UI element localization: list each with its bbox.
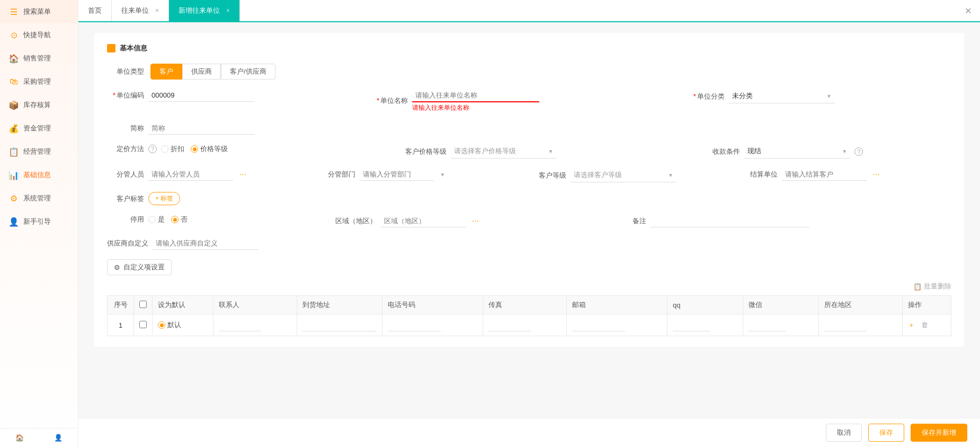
short-name-input[interactable] [148,122,254,135]
sidebar-item-sales[interactable]: 🏠 销售管理 [0,47,78,70]
row-no: 1 [108,314,134,336]
sidebar-item-search[interactable]: ☰ 搜索菜单 [0,0,78,23]
tab-new-partner[interactable]: 新增往来单位 × [169,0,240,21]
radio-no[interactable]: 否 [171,215,188,224]
unit-name-input[interactable] [412,89,539,102]
row-default-radio[interactable]: 默认 [158,320,208,330]
unit-btn-supplier[interactable]: 供应商 [182,64,221,80]
tags-group: 客户标签 + 标签 [107,192,951,205]
department-input[interactable] [360,168,434,181]
tab-partner-list-close[interactable]: × [155,7,159,14]
unit-name-error: 请输入往来单位名称 [412,103,539,112]
payment-term-group: 收款条件 现结 ▼ ? [703,144,951,159]
user-bottom-icon: 👤 [54,434,63,442]
sidebar-item-purchase[interactable]: 🛍 采购管理 [0,70,78,93]
row-wechat[interactable] [743,314,818,336]
chevron-level-icon: ▼ [668,172,673,178]
row-email[interactable] [567,314,667,336]
th-checkbox[interactable] [134,296,153,314]
tab-new-partner-label: 新增往来单位 [179,6,220,15]
row-area[interactable] [818,314,902,336]
row-phone[interactable] [382,314,483,336]
row-add-icon[interactable]: ＋ [908,321,915,329]
sidebar-item-finance[interactable]: 💰 资金管理 [0,117,78,140]
payment-help-icon[interactable]: ? [854,147,863,156]
tab-partner-list[interactable]: 往来单位 × [112,0,169,21]
sidebar-bottom-home[interactable]: 🏠 [0,428,39,447]
customer-price-select[interactable]: 请选择客户价格等级 ▼ [451,144,557,159]
row-qq[interactable] [667,314,743,336]
sidebar-item-basic-info[interactable]: 📊 基础信息 [0,163,78,187]
supplier-custom-group: 供应商自定义 [107,237,951,250]
sidebar-item-label: 新手引导 [23,217,51,226]
row-address[interactable] [297,314,382,336]
sidebar-item-operations[interactable]: 📋 经营管理 [0,140,78,163]
row-checkbox[interactable] [134,314,153,336]
disabled-group: 停用 是 否 [107,215,335,224]
chevron-payment-icon: ▼ [842,148,847,154]
unit-code-input[interactable] [148,89,254,102]
payment-term-select[interactable]: 现结 ▼ [744,144,850,159]
unit-btn-customer[interactable]: 客户 [150,64,182,80]
sales-icon: 🏠 [8,53,19,64]
section-title: 基本信息 [120,43,147,53]
radio-discount[interactable]: 折扣 [161,144,184,154]
customer-price-group: 客户价格等级 请选择客户价格等级 ▼ [405,144,703,159]
row-contact[interactable] [213,314,297,336]
payment-term-label: 收款条件 [703,147,740,156]
card-title-icon [107,44,115,52]
save-new-button[interactable]: 保存并新增 [911,424,967,442]
tab-bar: 首页 往来单位 × 新增往来单位 × ✕ [78,0,980,22]
radio-yes-circle [148,216,156,223]
region-group: 区域（地区） ··· [335,215,609,227]
th-contact: 联系人 [213,296,297,314]
unit-category-select[interactable]: 未分类 ▼ [729,89,835,103]
settlement-more-btn[interactable]: ··· [871,170,882,179]
window-close-button[interactable]: ✕ [956,6,980,16]
sidebar-item-quick-nav[interactable]: ⊙ 快捷导航 [0,23,78,47]
sidebar-bottom: 🏠 👤 [0,428,78,447]
sidebar-item-inventory[interactable]: 📦 库存核算 [0,93,78,117]
tab-new-partner-close[interactable]: × [226,7,230,14]
tab-home[interactable]: 首页 [78,0,112,21]
cancel-button[interactable]: 取消 [826,424,862,442]
remark-group: 备注 [609,215,951,227]
remark-input[interactable] [651,215,809,227]
supplier-custom-input[interactable] [153,237,259,250]
region-more-btn[interactable]: ··· [470,216,481,226]
sidebar-item-label: 快捷导航 [23,30,51,40]
save-button[interactable]: 保存 [868,424,904,442]
row-fax[interactable] [483,314,566,336]
batch-delete-label[interactable]: 批量删除 [924,282,951,291]
manager-row: 分管人员 ··· 分管部门 ▼ 客户等级 请选择客户等级 ▼ [107,168,951,182]
region-input[interactable] [381,215,466,227]
radio-price-level-circle [191,145,198,153]
sidebar-item-guide[interactable]: 👤 新手引导 [0,210,78,233]
settlement-input[interactable] [782,168,867,181]
disabled-radio-group: 是 否 [148,215,188,224]
add-tag-button[interactable]: + 标签 [148,192,180,205]
default-label: 默认 [167,320,181,330]
sidebar-item-system[interactable]: ⚙ 系统管理 [0,187,78,210]
radio-price-level[interactable]: 价格等级 [191,144,228,154]
manager-more-btn[interactable]: ··· [237,170,248,179]
custom-settings-button[interactable]: ⚙ 自定义项设置 [107,259,172,275]
pricing-help-icon[interactable]: ? [148,145,157,153]
chevron-price-icon: ▼ [548,148,554,154]
radio-yes[interactable]: 是 [148,215,165,224]
manager-input[interactable] [148,168,233,181]
unit-name-wrapper: 请输入往来单位名称 [412,89,539,112]
row-delete-icon[interactable]: 🗑 [921,321,928,329]
th-fax: 传真 [483,296,566,314]
tag-label: 客户标签 [107,194,144,204]
row-default: 默认 [153,314,213,336]
basic-info-icon: 📊 [8,170,19,180]
customer-price-label: 客户价格等级 [405,147,447,156]
card-title: 基本信息 [107,43,951,53]
sidebar-bottom-user[interactable]: 👤 [39,428,78,447]
search-icon: ☰ [8,6,19,17]
customer-level-select[interactable]: 请选择客户等级 ▼ [571,168,676,182]
unit-btn-both[interactable]: 客户/供应商 [221,64,275,80]
unit-type-row: 单位类型 客户 供应商 客户/供应商 [107,64,951,80]
unit-code-label: 单位编码 [107,91,144,100]
